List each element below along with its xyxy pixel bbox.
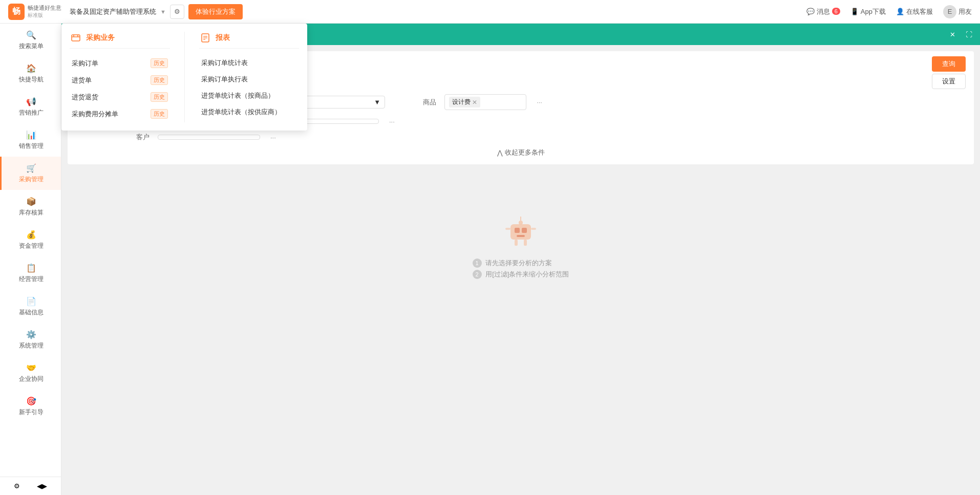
top-header: 畅 畅捷通好生意 标准版 装备及固定资产辅助管理系统 ▼ ⚙ 体验行业方案 💬 … bbox=[0, 0, 980, 24]
svg-rect-10 bbox=[72, 35, 80, 41]
header-right: 💬 消息 6 📱 App下载 👤 在线客服 E 用友 bbox=[806, 5, 972, 18]
section-divider bbox=[184, 32, 185, 122]
menu-item-purchase-order-stat[interactable]: 采购订单统计表 bbox=[199, 55, 300, 71]
marketing-icon: 📢 bbox=[26, 96, 36, 106]
menu-item-inbound-stat-supplier[interactable]: 进货单统计表（按供应商） bbox=[199, 104, 300, 120]
menu-item-return[interactable]: 进货退货 历史 bbox=[70, 89, 170, 105]
avatar: E bbox=[943, 5, 956, 18]
purchase-dropdown-menu: 采购业务 采购订单 历史 进货单 历史 进货退货 历史 采购费用分摊单 历史 bbox=[61, 24, 307, 131]
search-icon: 🔍 bbox=[26, 30, 36, 40]
finance-icon: 💰 bbox=[26, 229, 36, 240]
empty-state: 1 请先选择要分析的方案 2 用[过滤]条件来缩小分析范围 bbox=[68, 169, 974, 323]
tab-bar-controls: ✕ ⛶ bbox=[945, 27, 976, 41]
operation-icon: 📋 bbox=[26, 263, 36, 273]
svg-rect-7 bbox=[531, 228, 536, 230]
purchase-icon: 🛒 bbox=[26, 163, 36, 173]
empty-tips: 1 请先选择要分析的方案 2 用[过滤]条件来缩小分析范围 bbox=[473, 259, 569, 281]
customer-more-btn[interactable]: ··· bbox=[268, 134, 278, 141]
menu-item-cost-allocation[interactable]: 采购费用分摊单 历史 bbox=[70, 105, 170, 122]
sidebar-item-sales[interactable]: 📊 销售管理 bbox=[0, 123, 61, 157]
goods-filter[interactable]: 设计费 ✕ bbox=[444, 94, 526, 110]
app-download-btn[interactable]: 📱 App下载 bbox=[850, 7, 886, 16]
sidebar-item-guide[interactable]: 🎯 新手引导 bbox=[0, 390, 61, 423]
goods-tag: 设计费 ✕ bbox=[449, 97, 480, 107]
query-button[interactable]: 查询 bbox=[932, 56, 966, 72]
purchase-section-icon bbox=[70, 32, 82, 44]
message-btn[interactable]: 💬 消息 6 bbox=[806, 7, 840, 16]
collapse-row: ⋀ 收起更多条件 bbox=[76, 146, 966, 159]
menu-item-inbound[interactable]: 进货单 历史 bbox=[70, 72, 170, 89]
service-icon: 👤 bbox=[896, 8, 904, 15]
menu-item-inbound-stat-goods[interactable]: 进货单统计表（按商品） bbox=[199, 88, 300, 104]
sidebar-item-basic-info[interactable]: 📄 基础信息 bbox=[0, 290, 61, 323]
sidebar-bottom: ⚙ ◀▶ bbox=[0, 477, 61, 495]
sidebar-item-inventory[interactable]: 📦 库存核算 bbox=[0, 190, 61, 223]
sidebar-settings-icon[interactable]: ⚙ bbox=[14, 482, 20, 490]
svg-rect-1 bbox=[515, 228, 520, 233]
basic-info-icon: 📄 bbox=[26, 296, 36, 306]
sidebar: 🔍 搜索菜单 🏠 快捷导航 📢 营销推广 📊 销售管理 🛒 采购管理 📦 库存核… bbox=[0, 24, 61, 495]
sidebar-item-marketing[interactable]: 📢 营销推广 bbox=[0, 90, 61, 123]
svg-rect-5 bbox=[520, 217, 521, 221]
logo-text: 畅捷通好生意 标准版 bbox=[28, 4, 61, 18]
collapse-button[interactable]: ⋀ 收起更多条件 bbox=[495, 146, 547, 159]
svg-rect-6 bbox=[505, 228, 510, 230]
enterprise-icon: 🤝 bbox=[26, 362, 36, 373]
goods-more-btn[interactable]: ··· bbox=[535, 98, 544, 106]
doc-status-dropdown-icon: ▼ bbox=[374, 98, 380, 106]
home-icon: 🏠 bbox=[26, 63, 36, 73]
empty-robot-icon bbox=[500, 211, 541, 252]
filter-row-customer: 客户 ··· bbox=[76, 133, 966, 142]
tab-close-btn[interactable]: ✕ bbox=[945, 27, 960, 41]
purchase-section-title: 采购业务 bbox=[86, 33, 115, 42]
goods-tag-remove[interactable]: ✕ bbox=[472, 99, 477, 106]
sidebar-item-search[interactable]: 🔍 搜索菜单 bbox=[0, 24, 61, 57]
sales-icon: 📊 bbox=[26, 130, 36, 140]
logo-icon: 畅 bbox=[8, 4, 25, 20]
sidebar-collapse-icon[interactable]: ◀▶ bbox=[37, 482, 47, 490]
sidebar-item-nav[interactable]: 🏠 快捷导航 bbox=[0, 57, 61, 90]
menu-item-purchase-order-exec[interactable]: 采购订单执行表 bbox=[199, 71, 300, 88]
svg-rect-3 bbox=[517, 235, 525, 237]
sidebar-item-purchase[interactable]: 🛒 采购管理 bbox=[0, 157, 61, 190]
message-icon: 💬 bbox=[806, 8, 815, 15]
sidebar-item-finance[interactable]: 💰 资金管理 bbox=[0, 223, 61, 256]
report-section-icon bbox=[199, 32, 211, 44]
goods-label: 商品 bbox=[406, 98, 436, 107]
tab-maximize-btn[interactable]: ⛶ bbox=[962, 27, 976, 41]
salesman-more-btn[interactable]: ··· bbox=[387, 118, 397, 125]
svg-rect-4 bbox=[519, 221, 523, 225]
inventory-icon: 📦 bbox=[26, 196, 36, 206]
svg-rect-9 bbox=[524, 240, 527, 246]
purchase-section-header: 采购业务 bbox=[70, 32, 170, 49]
customer-label: 客户 bbox=[119, 133, 150, 142]
sidebar-item-enterprise[interactable]: 🤝 企业协同 bbox=[0, 356, 61, 390]
report-section-header: 报表 bbox=[199, 32, 300, 49]
guide-icon: 🎯 bbox=[26, 396, 36, 406]
online-service-btn[interactable]: 👤 在线客服 bbox=[896, 7, 933, 16]
svg-rect-0 bbox=[510, 224, 531, 240]
svg-rect-2 bbox=[522, 228, 527, 233]
system-name-text: 装备及固定资产辅助管理系统 bbox=[70, 7, 156, 16]
settings-gear-button[interactable]: ⚙ bbox=[170, 5, 184, 19]
logo-area: 畅 畅捷通好生意 标准版 bbox=[8, 4, 70, 20]
customer-filter[interactable] bbox=[158, 135, 260, 140]
sidebar-item-system[interactable]: ⚙️ 系统管理 bbox=[0, 323, 61, 356]
collapse-up-icon: ⋀ bbox=[497, 149, 503, 157]
report-section: 报表 采购订单统计表 采购订单执行表 进货单统计表（按商品） 进货单统计表（按供… bbox=[199, 32, 300, 122]
setting-button[interactable]: 设置 bbox=[932, 74, 966, 89]
report-section-title: 报表 bbox=[216, 33, 230, 42]
sidebar-item-operation[interactable]: 📋 经营管理 bbox=[0, 256, 61, 290]
svg-rect-8 bbox=[515, 240, 518, 246]
industry-btn[interactable]: 体验行业方案 bbox=[188, 4, 243, 19]
purchase-section: 采购业务 采购订单 历史 进货单 历史 进货退货 历史 采购费用分摊单 历史 bbox=[70, 32, 170, 122]
system-icon: ⚙️ bbox=[26, 329, 36, 339]
app-icon: 📱 bbox=[850, 8, 859, 15]
system-name-area: 装备及固定资产辅助管理系统 ▼ ⚙ 体验行业方案 bbox=[70, 4, 806, 19]
menu-item-purchase-order[interactable]: 采购订单 历史 bbox=[70, 55, 170, 72]
system-name-dropdown-icon[interactable]: ▼ bbox=[160, 9, 166, 15]
user-btn[interactable]: E 用友 bbox=[943, 5, 972, 18]
